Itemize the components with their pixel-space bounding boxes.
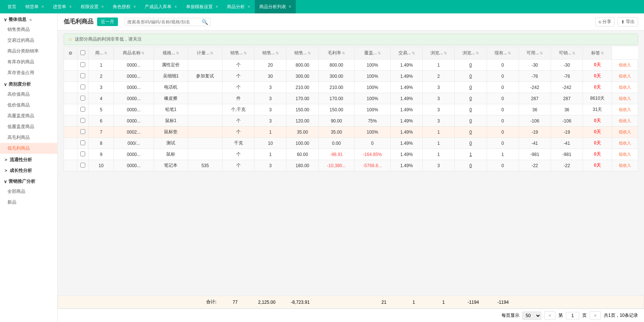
sidebar-group-overview-label: 整体信息 [9,16,26,23]
sidebar-group-marketing-title[interactable]: ∨ 营销推广分析 [0,175,57,186]
row-spec [188,82,222,93]
row-settings [64,115,77,127]
col-view-count1[interactable]: 浏览...⇅ [423,47,455,60]
row-view-count1[interactable]: 0 [455,127,487,138]
row-checkbox[interactable] [77,93,89,104]
close-icon[interactable]: × [101,4,104,9]
row-view-count1[interactable]: 0 [455,60,487,71]
search-icon[interactable]: 🔍 [202,19,208,25]
row-settings [64,82,77,93]
prev-page-button[interactable]: ＜ [544,311,555,320]
sidebar-item-new-products[interactable]: 新品 [0,197,57,208]
sidebar-item-low-margin[interactable]: 低毛利商品 [0,143,57,154]
per-page-select[interactable]: 50 100 [522,312,541,320]
row-trade-count: 2 [423,71,455,82]
search-input[interactable] [127,19,202,25]
close-icon[interactable]: × [248,4,250,9]
row-view-count1[interactable]: 0 [455,71,487,82]
row-view-count1[interactable]: 0 [455,82,487,93]
col-unit[interactable]: 计量...⇅ [188,47,222,60]
export-button[interactable]: ⬆ 导出 [618,17,638,26]
col-tag[interactable]: 标签⇅ [583,47,612,60]
nav-purchase-order[interactable]: 进货单 × [48,0,76,13]
col-checkbox[interactable] [77,47,89,60]
col-code[interactable]: 商...⇅ [89,47,114,60]
table-container[interactable]: ⚙ 商...⇅ 商品名称⇅ 规格...⇅ 计量...⇅ 销售...⇅ 销售...… [58,47,644,296]
col-coverage[interactable]: 覆盖...⇅ [354,47,390,60]
col-sale-qty[interactable]: 销售...⇅ [222,47,254,60]
share-button[interactable]: ⎋ 分享 [595,17,615,26]
select-all-checkbox[interactable] [80,50,85,55]
col-saleable-stock[interactable]: 可销...⇅ [551,47,583,60]
sidebar-item-low-coverage[interactable]: 低覆盖度商品 [0,121,57,132]
row-checkbox[interactable] [77,138,89,149]
chevron-right-icon: ＞ [4,168,8,174]
col-trade-count[interactable]: 交易...⇅ [391,47,423,60]
col-view-count2[interactable]: 浏览...⇅ [455,47,487,60]
col-available-stock[interactable]: 可用...⇅ [519,47,551,60]
nav-sales-order[interactable]: 销货单 × [21,0,48,13]
close-icon[interactable]: × [289,4,291,9]
per-page-label: 每页显示 [502,312,519,319]
sidebar-item-low-value[interactable]: 低价值商品 [0,100,57,111]
close-icon[interactable]: × [69,4,72,9]
row-view-count1[interactable]: 0 [455,115,487,127]
nav-role-auth[interactable]: 角色授权 × [108,0,140,13]
col-current-stock[interactable]: 现有...⇅ [487,47,519,60]
sidebar-item-sale-products[interactable]: 销售类商品 [0,24,57,35]
nav-product-analysis[interactable]: 商品分析 × [222,0,254,13]
nav-home[interactable]: 首页 [3,0,21,13]
sidebar-item-high-value[interactable]: 高价值商品 [0,89,57,100]
sidebar-item-high-margin[interactable]: 高毛利商品 [0,132,57,143]
nav-permission[interactable]: 权限设置 × [76,0,108,13]
sidebar-item-all-products[interactable]: 全部商品 [0,186,57,197]
sidebar-item-capital-occupy[interactable]: 库存资金占用 [0,67,57,78]
row-checkbox[interactable] [77,115,89,127]
close-icon[interactable]: × [133,4,136,9]
row-view-count1[interactable]: 0 [455,160,487,171]
row-view-count1[interactable]: 0 [455,138,487,149]
col-settings[interactable]: ⚙ [64,47,77,60]
page-input[interactable] [566,312,579,319]
row-available-stock: -30 [551,60,583,71]
row-view-count1[interactable]: 0 [455,104,487,115]
row-checkbox[interactable] [77,127,89,138]
sidebar-item-category-rate[interactable]: 商品分类助销率 [0,46,57,57]
row-sale-amount: 100.00 [286,138,318,149]
filter-recent-month-button[interactable]: 近一月 [97,17,118,26]
row-checkbox[interactable] [77,82,89,93]
row-checkbox[interactable] [77,104,89,115]
row-trade-count: 3 [423,104,455,115]
close-icon[interactable]: × [41,4,44,9]
sidebar-item-high-coverage[interactable]: 高覆盖度商品 [0,111,57,121]
col-sale-amount[interactable]: 销售...⇅ [254,47,286,60]
nav-template[interactable]: 单据模板设置 × [182,0,222,13]
row-settings [64,71,77,82]
sidebar-item-stock-products[interactable]: 有库存的商品 [0,57,57,67]
row-name: 测试 [154,138,188,149]
sidebar-group-category-title[interactable]: ∨ 类别度分析 [0,78,57,89]
row-checkbox[interactable] [77,160,89,171]
close-icon[interactable]: × [215,4,218,9]
row-checkbox[interactable] [77,149,89,160]
share-icon: ⎋ [599,19,601,25]
close-icon[interactable]: × [174,4,177,9]
sidebar-item-traded-products[interactable]: 交易过的商品 [0,35,57,46]
nav-product-entry[interactable]: 产成品入库单 × [140,0,181,13]
col-gross-rate[interactable]: 毛利率⇅ [318,47,354,60]
nav-product-analysis-list[interactable]: 商品分析列表 × [255,0,296,13]
sidebar-group-liquidity-title[interactable]: ＞ 流通性分析 [0,154,57,165]
col-name[interactable]: 商品名称⇅ [114,47,154,60]
row-checkbox[interactable] [77,71,89,82]
row-view-count1[interactable]: 1 [455,149,487,160]
row-view-count1[interactable]: 0 [455,93,487,104]
row-checkbox[interactable] [77,60,89,71]
row-gross-rate: 75% [354,115,390,127]
row-tag: 低收入 [612,71,638,82]
col-sale-profit[interactable]: 销售...⇅ [286,47,318,60]
collapse-button[interactable]: « [28,17,33,22]
col-spec[interactable]: 规格...⇅ [154,47,188,60]
sidebar-group-overview-title[interactable]: ∨ 整体信息 « [0,13,57,24]
sidebar-group-growth-title[interactable]: ＞ 成长性分析 [0,165,57,175]
next-page-button[interactable]: ＞ [590,311,601,320]
